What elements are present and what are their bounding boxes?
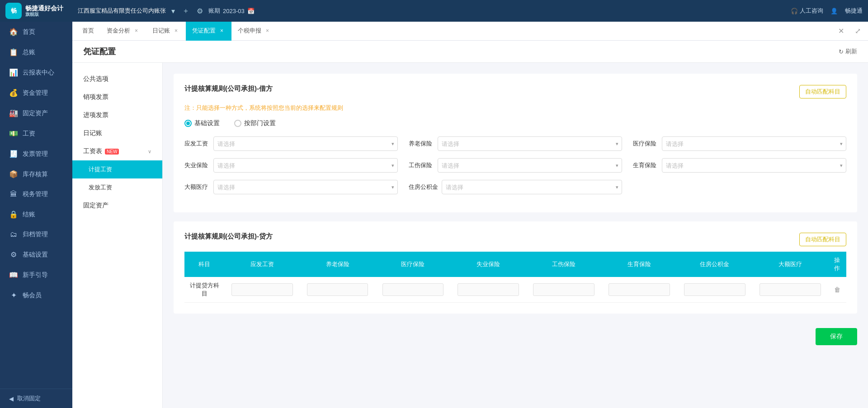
col-housing: 住房公积金 — [677, 252, 752, 277]
sidebar-item-close[interactable]: 🔒 结账 — [0, 204, 72, 225]
left-menu-item-purchase[interactable]: 进项发票 — [72, 106, 162, 124]
select-injury[interactable]: 请选择 — [438, 158, 622, 173]
support-btn[interactable]: 🎧 人工咨询 — [791, 7, 823, 15]
left-menu-item-public[interactable]: 公共选项 — [72, 70, 162, 88]
field-maternity: 生育保险 请选择 ▾ — [633, 158, 846, 173]
sidebar-item-archive[interactable]: 🗂 归档管理 — [0, 225, 72, 244]
sidebar-item-inventory[interactable]: 📦 库存核算 — [0, 164, 72, 184]
input-wage[interactable] — [231, 283, 293, 296]
auto-match-debit-btn[interactable]: 自动匹配科目 — [799, 85, 846, 98]
radio-dept[interactable]: 按部门设置 — [234, 119, 276, 127]
expand-arrow-icon: ∨ — [148, 149, 151, 155]
asset-icon: 🏭 — [9, 109, 18, 117]
page-content: 公共选项 销项发票 进项发票 日记账 工资表NEW ∨ 计提工资 — [72, 63, 868, 408]
tab-journal[interactable]: 日记账 × — [146, 22, 186, 41]
save-button[interactable]: 保存 — [816, 328, 857, 345]
col-medical: 医疗保险 — [375, 252, 451, 277]
company-dropdown-btn[interactable]: ▾ — [170, 5, 177, 17]
field-pension: 养老保险 请选择 ▾ — [409, 136, 622, 151]
tab-home[interactable]: 首页 — [76, 22, 100, 41]
left-menu-sub-accrual[interactable]: 计提工资 — [72, 160, 162, 178]
tab-maximize-btn[interactable]: ⤢ — [851, 25, 864, 37]
tab-voucher[interactable]: 凭证配置 × — [186, 22, 231, 41]
auto-match-credit-btn[interactable]: 自动匹配科目 — [799, 233, 846, 246]
input-maternity[interactable] — [609, 283, 670, 296]
tab-close-voucher[interactable]: × — [218, 27, 225, 35]
tab-tax[interactable]: 个税申报 × — [231, 22, 277, 41]
logo-icon: 畅 — [5, 3, 22, 19]
field-injury: 工伤保险 请选择 ▾ — [409, 158, 622, 173]
delete-icon[interactable]: 🗑 — [834, 286, 840, 293]
sidebar-item-ledger[interactable]: 📋 总账 — [0, 42, 72, 62]
radio-basic[interactable]: 基础设置 — [184, 119, 220, 127]
select-housing-wrapper: 请选择 ▾ — [442, 180, 622, 194]
invoice-icon: 🧾 — [9, 150, 18, 158]
logo: 畅 畅捷通好会计 旗舰版 — [5, 3, 78, 19]
radio-basic-circle — [184, 120, 192, 127]
input-injury[interactable] — [533, 283, 594, 296]
col-large-med: 大额医疗 — [752, 252, 828, 277]
tab-close-all-btn[interactable]: ✕ — [835, 25, 848, 37]
select-pension-wrapper: 请选择 ▾ — [438, 136, 622, 151]
select-medical[interactable]: 请选择 — [662, 136, 846, 151]
tab-close-tax[interactable]: × — [264, 27, 271, 35]
tab-capital[interactable]: 资金分析 × — [100, 22, 146, 41]
select-large-med[interactable]: 请选择 — [213, 180, 398, 194]
sidebar-item-capital[interactable]: 💰 资金管理 — [0, 83, 72, 103]
tab-close-journal[interactable]: × — [173, 27, 179, 35]
guide-icon: 📖 — [9, 271, 18, 279]
left-menu-item-diary[interactable]: 日记账 — [72, 124, 162, 142]
input-medical[interactable] — [382, 283, 444, 296]
save-area: 保存 — [174, 323, 857, 351]
input-unemployment[interactable] — [458, 283, 519, 296]
col-wage: 应发工资 — [224, 252, 300, 277]
sidebar-item-reports[interactable]: 📊 云报表中心 — [0, 62, 72, 83]
sidebar-unpin-btn[interactable]: ◀ 取消固定 — [0, 389, 72, 408]
left-menu-item-fixed-asset[interactable]: 固定资产 — [72, 197, 162, 215]
settings-btn[interactable]: ⚙ — [195, 5, 205, 17]
row-cell-medical — [375, 277, 451, 303]
left-menu-item-sales[interactable]: 销项发票 — [72, 88, 162, 106]
left-menu: 公共选项 销项发票 进项发票 日记账 工资表NEW ∨ 计提工资 — [72, 63, 163, 408]
sidebar-item-tax[interactable]: 🏛 税务管理 — [0, 184, 72, 204]
logo-edition: 旗舰版 — [25, 12, 63, 17]
row-cell-pension — [300, 277, 375, 303]
tab-close-capital[interactable]: × — [133, 27, 140, 35]
sidebar-item-home[interactable]: 🏠 首页 — [0, 22, 72, 42]
section-debit: 计提核算规则(公司承担)-借方 自动匹配科目 注：只能选择一种方式，系统将按照您… — [174, 74, 857, 212]
col-subject: 科目 — [184, 252, 224, 277]
sidebar-item-salary[interactable]: 💵 工资 — [0, 123, 72, 144]
logo-name: 畅捷通好会计 — [25, 5, 63, 12]
left-menu-item-payroll-sheet[interactable]: 工资表NEW ∨ — [72, 142, 162, 160]
account-period: 账期 2023-03 📅 — [208, 7, 255, 15]
input-pension[interactable] — [307, 283, 368, 296]
sidebar-item-vip[interactable]: ✦ 畅会员 — [0, 285, 72, 305]
sidebar-item-guide[interactable]: 📖 新手引导 — [0, 265, 72, 285]
credit-table: 科目 应发工资 养老保险 医疗保险 失业保险 工伤保险 生育保险 住房公积金 大… — [184, 252, 846, 303]
select-maternity[interactable]: 请选择 — [662, 158, 846, 173]
row-cell-maternity — [602, 277, 677, 303]
input-housing[interactable] — [684, 283, 745, 296]
input-large-med[interactable] — [760, 283, 821, 296]
select-unemployment[interactable]: 请选择 — [213, 158, 398, 173]
label-medical: 医疗保险 — [633, 140, 658, 148]
username: 畅捷通 — [845, 7, 863, 15]
sidebar-item-fixed-asset[interactable]: 🏭 固定资产 — [0, 103, 72, 123]
main-layout: 🏠 首页 📋 总账 📊 云报表中心 💰 资金管理 🏭 固定资产 💵 工资 🧾 发… — [0, 22, 868, 408]
left-menu-sub-pay-wage[interactable]: 发放工资 — [72, 178, 162, 197]
sidebar-item-settings[interactable]: ⚙ 基础设置 — [0, 244, 72, 265]
refresh-button[interactable]: ↻ 刷新 — [839, 47, 857, 56]
select-large-med-wrapper: 请选择 ▾ — [213, 180, 398, 194]
sidebar-item-invoice[interactable]: 🧾 发票管理 — [0, 144, 72, 164]
select-pension[interactable]: 请选择 — [438, 136, 622, 151]
tax-icon: 🏛 — [9, 190, 18, 198]
vip-icon: ✦ — [9, 291, 18, 300]
col-action: 操作 — [828, 252, 846, 277]
add-btn[interactable]: ＋ — [180, 5, 191, 18]
select-unemployment-wrapper: 请选择 ▾ — [213, 158, 398, 173]
select-housing[interactable]: 请选择 — [442, 180, 622, 194]
field-large-med: 大额医疗 请选择 ▾ — [184, 180, 398, 194]
company-name[interactable]: 江西服宝精品有限责任公司内账张 — [78, 7, 166, 15]
table-header-row: 科目 应发工资 养老保险 医疗保险 失业保险 工伤保险 生育保险 住房公积金 大… — [184, 252, 846, 277]
select-wage[interactable]: 请选择 — [213, 136, 398, 151]
